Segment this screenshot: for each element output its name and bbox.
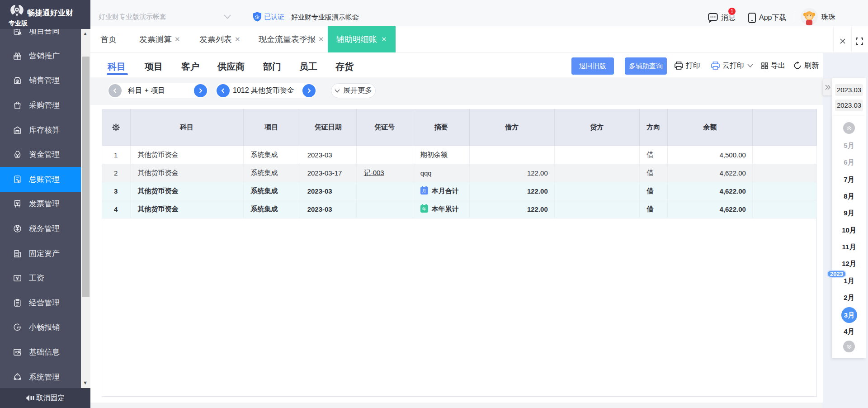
svg-text:企: 企 [255,14,260,19]
